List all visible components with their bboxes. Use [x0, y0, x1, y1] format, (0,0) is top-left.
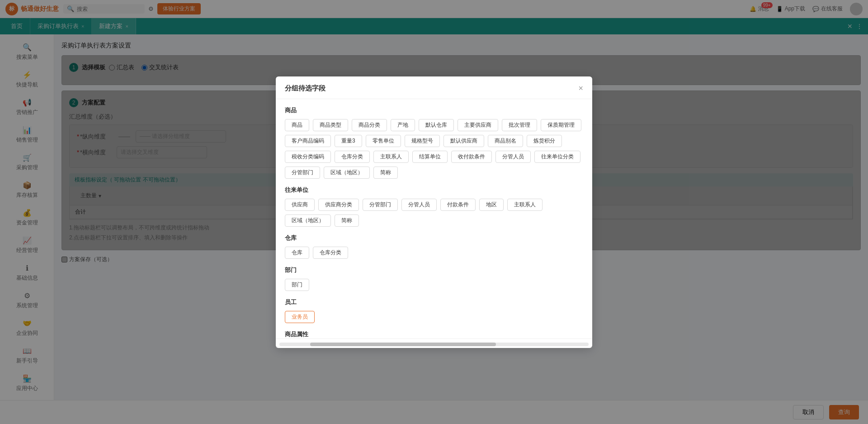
tag-goods-0[interactable]: 商品 — [285, 119, 309, 131]
tag-partner-8[interactable]: 简称 — [335, 214, 359, 227]
tag-partner-4[interactable]: 付款条件 — [440, 199, 476, 211]
employee-tags: 业务员 — [285, 311, 583, 323]
tag-partner-6[interactable]: 主联系人 — [507, 199, 542, 211]
tag-goods-20[interactable]: 分管人员 — [495, 151, 531, 163]
tag-goods-5[interactable]: 主要供应商 — [458, 119, 498, 131]
modal-scrollbar-area — [276, 338, 592, 348]
section-employee-title: 员工 — [285, 298, 583, 306]
section-partner-title: 往来单位 — [285, 186, 583, 194]
scroll-thumb — [310, 343, 495, 346]
tag-goods-23[interactable]: 区域（地区） — [324, 167, 370, 179]
tag-goods-17[interactable]: 主联系人 — [373, 151, 409, 163]
tag-goods-21[interactable]: 往来单位分类 — [534, 151, 580, 163]
tag-goods-7[interactable]: 保质期管理 — [541, 119, 581, 131]
tag-partner-5[interactable]: 地区 — [479, 199, 504, 211]
section-warehouse-title: 仓库 — [285, 234, 583, 242]
tag-goods-4[interactable]: 默认仓库 — [419, 119, 454, 131]
tag-goods-22[interactable]: 分管部门 — [285, 167, 320, 179]
tag-goods-6[interactable]: 批次管理 — [502, 119, 537, 131]
modal-horizontal-scroll[interactable] — [279, 343, 589, 346]
section-partner: 往来单位 供应商 供应商分类 分管部门 分管人员 付款条件 地区 主联系人 区域… — [285, 186, 583, 227]
tag-goods-10[interactable]: 零售单位 — [366, 135, 401, 147]
tag-warehouse-0[interactable]: 仓库 — [285, 247, 309, 259]
tag-partner-3[interactable]: 分管人员 — [401, 199, 437, 211]
partner-tags: 供应商 供应商分类 分管部门 分管人员 付款条件 地区 主联系人 区域（地区） … — [285, 199, 583, 227]
tag-partner-1[interactable]: 供应商分类 — [318, 199, 359, 211]
modal-overlay[interactable]: 分组待选字段 × 商品 商品 商品类型 商品分类 产地 默认仓库 主要供应商 批… — [0, 0, 868, 424]
modal-body[interactable]: 商品 商品 商品类型 商品分类 产地 默认仓库 主要供应商 批次管理 保质期管理… — [276, 99, 592, 338]
tag-goods-16[interactable]: 仓库分类 — [335, 151, 370, 163]
tag-warehouse-1[interactable]: 仓库分类 — [313, 247, 348, 259]
tag-goods-14[interactable]: 炼货积分 — [527, 135, 562, 147]
tag-partner-2[interactable]: 分管部门 — [363, 199, 398, 211]
tag-department-0[interactable]: 部门 — [285, 279, 309, 291]
tag-goods-24[interactable]: 简称 — [373, 167, 398, 179]
section-product-attr-title: 商品属性 — [285, 330, 583, 338]
tag-goods-1[interactable]: 商品类型 — [313, 119, 348, 131]
tag-goods-3[interactable]: 产地 — [391, 119, 415, 131]
modal-close-btn[interactable]: × — [578, 84, 583, 93]
tag-goods-13[interactable]: 商品别名 — [488, 135, 523, 147]
tag-goods-2[interactable]: 商品分类 — [352, 119, 387, 131]
section-employee: 员工 业务员 — [285, 298, 583, 323]
tag-partner-7[interactable]: 区域（地区） — [285, 214, 331, 227]
tag-goods-19[interactable]: 收付款条件 — [451, 151, 492, 163]
goods-tags: 商品 商品类型 商品分类 产地 默认仓库 主要供应商 批次管理 保质期管理 客户… — [285, 119, 583, 179]
tag-goods-8[interactable]: 客户商品编码 — [285, 135, 331, 147]
section-goods-title: 商品 — [285, 106, 583, 114]
tag-partner-0[interactable]: 供应商 — [285, 199, 315, 211]
modal-title: 分组待选字段 — [285, 84, 326, 93]
department-tags: 部门 — [285, 279, 583, 291]
modal-header: 分组待选字段 × — [276, 76, 592, 99]
section-department: 部门 部门 — [285, 266, 583, 291]
section-department-title: 部门 — [285, 266, 583, 274]
tag-goods-11[interactable]: 规格型号 — [405, 135, 440, 147]
section-goods: 商品 商品 商品类型 商品分类 产地 默认仓库 主要供应商 批次管理 保质期管理… — [285, 106, 583, 179]
section-product-attr: 商品属性 属性 颜色 多规格 尺码 鞋码 1 — [285, 330, 583, 338]
tag-goods-9[interactable]: 重量3 — [335, 135, 362, 147]
modal: 分组待选字段 × 商品 商品 商品类型 商品分类 产地 默认仓库 主要供应商 批… — [276, 76, 592, 348]
tag-goods-18[interactable]: 结算单位 — [412, 151, 448, 163]
section-warehouse: 仓库 仓库 仓库分类 — [285, 234, 583, 259]
tag-goods-15[interactable]: 税收分类编码 — [285, 151, 331, 163]
warehouse-tags: 仓库 仓库分类 — [285, 247, 583, 259]
tag-employee-0[interactable]: 业务员 — [285, 311, 315, 323]
tag-goods-12[interactable]: 默认供应商 — [443, 135, 484, 147]
